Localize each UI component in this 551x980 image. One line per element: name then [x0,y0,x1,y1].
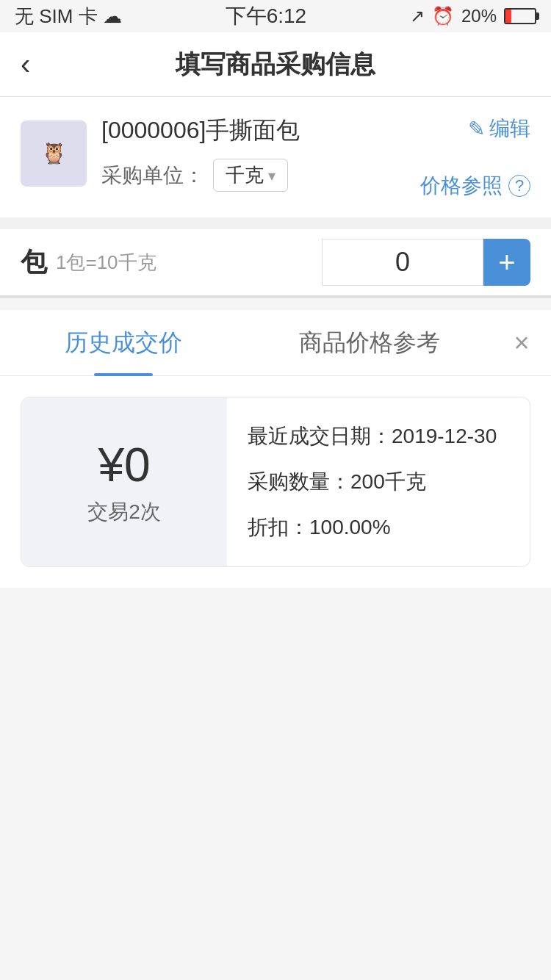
edit-icon: ✎ [468,117,485,141]
unit-selector[interactable]: 千克 ▾ [213,159,288,192]
price-transactions: 交易2次 [87,498,161,526]
section-divider [0,217,551,229]
history-content: ¥0 交易2次 最近成交日期：2019-12-30 采购数量：200千克 折扣：… [0,376,551,588]
alarm-icon: ⏰ [432,6,454,26]
tab-product-price-ref[interactable]: 商品价格参考 [246,310,492,376]
product-section: 🦉 [0000006]手撕面包 采购单位： 千克 ▾ ✎ 编辑 价格参照 [0,97,551,217]
edit-button[interactable]: ✎ 编辑 [468,115,530,143]
location-icon: ↗ [410,6,425,26]
battery-icon [504,8,536,24]
status-left: 无 SIM 卡 ☁ [15,4,122,29]
tab-history-label: 历史成交价 [65,327,182,359]
purchase-qty: 采购数量：200千克 [248,466,509,497]
recent-date: 最近成交日期：2019-12-30 [248,421,509,452]
chevron-down-icon: ▾ [268,167,276,184]
discount: 折扣：100.00% [248,512,509,543]
price-ref-label: 价格参照 [420,172,503,200]
price-card: ¥0 交易2次 最近成交日期：2019-12-30 采购数量：200千克 折扣：… [21,397,530,567]
battery-fill [505,10,511,23]
quantity-controls: 0 + [322,239,530,286]
tabs-section: 历史成交价 商品价格参考 × ¥0 交易2次 最近成交日期：2019-12-30… [0,310,551,588]
help-icon: ? [508,175,530,197]
product-thumbnail: 🦉 [21,120,87,187]
quantity-label: 包 1包=10千克 [21,245,156,281]
product-unit-row: 采购单位： 千克 ▾ [101,159,300,192]
product-logo-icon: 🦉 [41,141,67,165]
product-name: [0000006]手撕面包 [101,115,300,147]
thin-divider [0,295,551,298]
price-ref-button[interactable]: 价格参照 ? [420,172,530,200]
status-bar: 无 SIM 卡 ☁ 下午6:12 ↗ ⏰ 20% [0,0,551,32]
nav-bar: ‹ 填写商品采购信息 [0,32,551,97]
tab-history-price[interactable]: 历史成交价 [0,310,246,376]
price-card-left: ¥0 交易2次 [21,397,227,566]
status-right: ↗ ⏰ 20% [410,6,536,26]
quantity-input[interactable]: 0 [322,239,483,286]
unit-value: 千克 [226,162,264,188]
battery-percent: 20% [461,6,497,26]
product-header: 🦉 [0000006]手撕面包 采购单位： 千克 ▾ ✎ 编辑 价格参照 [21,115,530,200]
unit-conversion: 1包=10千克 [56,250,156,275]
signal-text: 无 SIM 卡 ☁ [15,4,122,29]
product-actions: ✎ 编辑 价格参照 ? [420,115,530,200]
product-info: [0000006]手撕面包 采购单位： 千克 ▾ [101,115,300,192]
unit-char: 包 [21,245,47,281]
tab-price-ref-label: 商品价格参考 [299,327,440,359]
product-left: 🦉 [0000006]手撕面包 采购单位： 千克 ▾ [21,115,300,192]
back-button[interactable]: ‹ [21,48,30,81]
tab-active-underline [94,373,153,376]
status-time: 下午6:12 [226,2,307,30]
tabs-header: 历史成交价 商品价格参考 × [0,310,551,376]
price-card-right: 最近成交日期：2019-12-30 采购数量：200千克 折扣：100.00% [227,397,530,566]
price-value: ¥0 [98,438,150,492]
tab-close-button[interactable]: × [492,328,551,359]
quantity-row: 包 1包=10千克 0 + [0,229,551,295]
unit-label: 采购单位： [101,162,204,190]
page-title: 填写商品采购信息 [176,48,375,82]
quantity-plus-button[interactable]: + [483,239,530,286]
